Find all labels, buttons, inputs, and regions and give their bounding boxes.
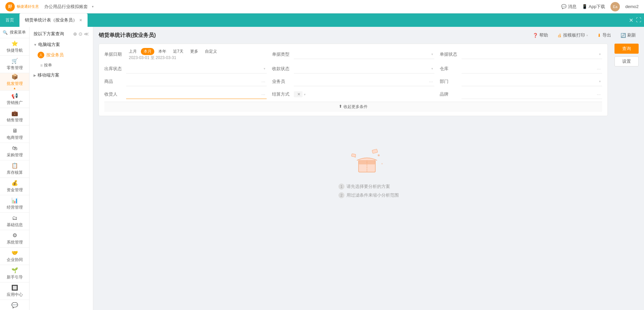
app-download-button[interactable]: 📱 App下载	[582, 4, 605, 10]
inventory-icon: 📋	[11, 162, 18, 169]
pc-plan-group-header[interactable]: ▼ 电脑端方案	[30, 40, 93, 50]
date-tab-more[interactable]: 更多	[187, 48, 201, 55]
sidebar-item-wholesale[interactable]: 📦 批发管理 ▲	[0, 73, 29, 91]
docstatus-input[interactable]: ▾	[462, 50, 602, 59]
app-title-dropdown-icon[interactable]: ▾	[92, 5, 94, 8]
help-button[interactable]: ❓ 帮助	[530, 31, 551, 40]
logo-icon: 好	[5, 2, 15, 11]
wechat-icon: 💬	[11, 302, 18, 308]
tab-maximize-icon[interactable]: ⛶	[636, 17, 641, 23]
tab-close-icon[interactable]: ✕	[79, 18, 82, 22]
dept-select[interactable]: ▾	[462, 77, 602, 86]
sidebar-item-basic[interactable]: 🗂 基础信息	[0, 213, 29, 230]
salesperson-input[interactable]: ···	[294, 77, 434, 86]
receiver-input[interactable]: ···	[126, 90, 267, 99]
message-button[interactable]: 💬 消息	[561, 4, 577, 10]
apps-icon: 🔲	[11, 285, 18, 291]
tab-sales-report[interactable]: 销货单统计表（按业务员） ✕	[19, 13, 88, 27]
goods-dots-icon[interactable]: ···	[261, 79, 265, 84]
sidebar-item-operation[interactable]: 📊 经营管理	[0, 195, 29, 213]
filter-col-outstatus: 出库状态 ▾	[104, 64, 267, 73]
date-tab-this-year[interactable]: 本年	[156, 48, 169, 55]
sidebar-item-purchase[interactable]: 🛍 采购管理	[0, 143, 29, 160]
left-panel: 按以下方案查询 ⊕ ⊙ ≪ ▼ 电脑端方案 人 按业务员	[30, 27, 93, 310]
doctype-input[interactable]: ▾	[294, 50, 434, 59]
basic-icon: 🗂	[12, 215, 17, 221]
collapse-panel-icon[interactable]: ≪	[84, 31, 89, 37]
svg-rect-7	[352, 154, 356, 157]
sidebar-item-finance[interactable]: 💰 资金管理	[0, 178, 29, 195]
settlement-tag-close-icon[interactable]: ✕	[297, 92, 301, 97]
mobile-plan-group-header[interactable]: ▶ 移动端方案	[30, 70, 93, 80]
pc-plan-group: ▼ 电脑端方案 人 按业务员 ≡ 按单	[30, 40, 93, 70]
btn-area: 查询 设置	[614, 44, 639, 66]
sidebar-item-marketing[interactable]: 📢 营销推广	[0, 91, 29, 108]
sidebar-item-retail[interactable]: 🛒 零售管理	[0, 56, 29, 73]
avatar[interactable]: Ea	[610, 2, 620, 11]
sidebar-item-apps[interactable]: 🔲 应用中心	[0, 282, 29, 300]
receiptstatus-select[interactable]: ▾	[294, 64, 434, 73]
export-button[interactable]: ⬇ 导出	[595, 31, 614, 40]
plan-item-by-salesperson[interactable]: 人 按业务员	[30, 50, 93, 60]
receiptstatus-input[interactable]: ▾	[294, 64, 434, 73]
sidebar-item-wechat[interactable]: 💬 企业微信	[0, 300, 29, 310]
tab-home[interactable]: 首页	[0, 13, 19, 27]
receiver-field[interactable]: ···	[126, 90, 267, 99]
brand-field[interactable]: ···	[462, 90, 602, 99]
ecommerce-icon: 🖥	[12, 128, 17, 134]
outstatus-arrow-icon: ▾	[264, 67, 265, 70]
message-icon: 💬	[561, 4, 567, 9]
warehouse-dots-icon[interactable]: ···	[597, 66, 601, 71]
main-layout: 🔍 搜索菜单 ⭐ 快捷导航 🛒 零售管理 📦 批发管理 ▲ 📢 营销推广 💼 销…	[0, 27, 644, 310]
dept-input[interactable]: ▾	[462, 77, 602, 86]
sidebar-item-sales[interactable]: 💼 销售管理	[0, 108, 29, 125]
date-tab-this-month[interactable]: 本月	[141, 48, 154, 55]
print-button[interactable]: 🖨 按模板打印 ▾	[555, 31, 591, 40]
settlement-arrow-icon: ▾	[304, 93, 306, 96]
app-title[interactable]: 办公用品行业模拟账套	[44, 4, 88, 10]
date-tab-custom[interactable]: 自定义	[202, 48, 220, 55]
svg-point-3	[378, 154, 380, 156]
brand-input[interactable]: ···	[462, 90, 602, 99]
salesperson-dots-icon[interactable]: ···	[429, 79, 433, 84]
page-actions: ❓ 帮助 🖨 按模板打印 ▾ ⬇ 导出 🔄	[530, 31, 639, 40]
page-title-bar: 销货单统计表(按业务员) ❓ 帮助 🖨 按模板打印 ▾ ⬇	[99, 31, 639, 40]
goods-input[interactable]: ···	[126, 77, 267, 86]
warehouse-field[interactable]: ···	[462, 64, 602, 73]
plan-subitem-by-order[interactable]: ≡ 按单	[30, 60, 93, 70]
tab-close-window-icon[interactable]: ✕	[629, 17, 633, 23]
outstatus-input[interactable]: ▾	[126, 64, 267, 73]
refresh-button[interactable]: 🔄 刷新	[618, 31, 639, 40]
sidebar-item-ecommerce[interactable]: 🖥 电商管理	[0, 125, 29, 143]
sidebar-item-system[interactable]: ⚙ 系统管理	[0, 230, 29, 248]
receiptstatus-label: 收款状态	[272, 66, 294, 72]
docstatus-arrow-icon: ▾	[599, 52, 601, 56]
goods-field[interactable]: ···	[126, 77, 267, 86]
warehouse-input[interactable]: ···	[462, 64, 602, 73]
settlement-input[interactable]: ✕ ▾	[294, 91, 434, 97]
docstatus-label: 单据状态	[440, 51, 462, 57]
docstatus-select[interactable]: ▾	[462, 50, 602, 59]
filter-row-2: 出库状态 ▾ 收款状态	[104, 64, 602, 73]
sidebar-item-corp[interactable]: 🤝 企业协同	[0, 248, 29, 265]
sidebar-search[interactable]: 🔍 搜索菜单	[0, 27, 29, 38]
settings-button[interactable]: 设置	[614, 56, 639, 66]
query-button[interactable]: 查询	[614, 44, 639, 54]
goods-label: 商品	[104, 79, 126, 85]
add-plan-button[interactable]: ⊕	[73, 31, 77, 37]
collapse-bar[interactable]: ⬆ 收起更多条件	[104, 102, 602, 112]
salesperson-field[interactable]: ···	[294, 77, 434, 86]
doctype-select[interactable]: ▾	[294, 50, 434, 59]
brand-dots-icon[interactable]: ···	[597, 92, 601, 97]
top-bar-left: 好 畅捷通好生意 办公用品行业模拟账套 ▾	[5, 2, 94, 11]
sidebar-item-shortcut[interactable]: ⭐ 快捷导航	[0, 38, 29, 56]
username-label[interactable]: demo2	[625, 4, 639, 9]
receiver-dots-icon[interactable]: ···	[261, 92, 265, 97]
date-tab-last-month[interactable]: 上月	[126, 48, 140, 55]
date-tab-last7days[interactable]: 近7天	[170, 48, 186, 55]
sidebar-item-inventory[interactable]: 📋 库存核算	[0, 160, 29, 178]
sidebar-item-newbie[interactable]: 🌱 新手引导	[0, 265, 29, 282]
settings-plan-icon[interactable]: ⊙	[78, 31, 83, 37]
plan-item-icon: 人	[38, 52, 44, 58]
outstatus-select[interactable]: ▾	[126, 64, 267, 73]
